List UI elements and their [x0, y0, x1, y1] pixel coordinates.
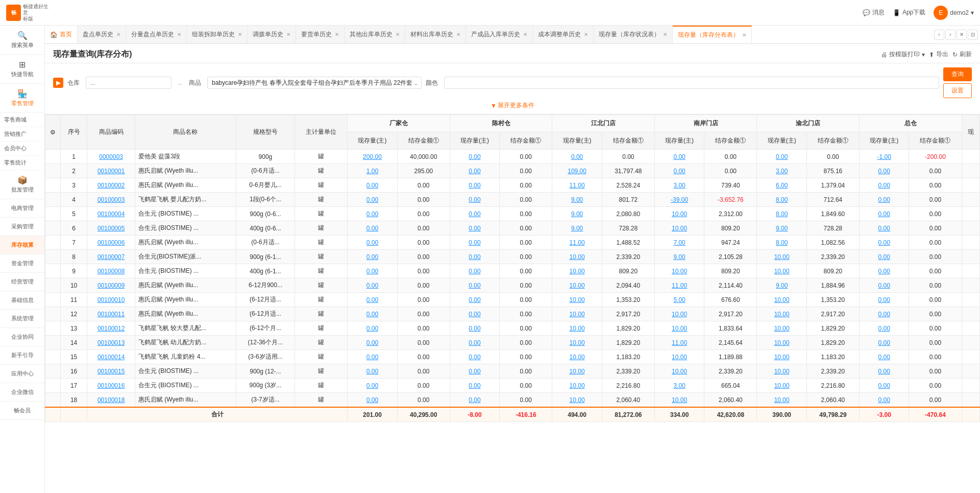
cell-yubei-amt: 809.20	[806, 264, 859, 278]
cell-no: 1	[61, 150, 87, 164]
cell-chen-amt: 0.00	[500, 393, 552, 408]
product-label: 商品	[189, 79, 203, 87]
tab-prev-btn[interactable]: ‹	[934, 30, 944, 40]
sidebar-item-ops[interactable]: 经营管理	[0, 273, 44, 291]
product-input[interactable]	[207, 77, 422, 89]
cell-chen-qty: 0.00	[450, 150, 499, 164]
cell-yubei-qty: 10.00	[757, 264, 806, 278]
cell-nanan-qty: 11.00	[654, 278, 704, 293]
sidebar-item-guide[interactable]: 新手引导	[0, 346, 44, 365]
cell-spec: (3-7岁适...	[236, 393, 295, 408]
close-icon[interactable]: ✕	[742, 32, 746, 38]
export-icon: ⬆	[929, 51, 934, 58]
sidebar-item-system[interactable]: 系统管理	[0, 310, 44, 328]
tab-combo[interactable]: 组装拆卸单历史 ✕	[187, 26, 248, 44]
refresh-btn[interactable]: ↻ 刷新	[952, 50, 972, 59]
sidebar-item-retail-shop[interactable]: 零售商城	[0, 113, 44, 127]
close-icon[interactable]: ✕	[523, 32, 527, 37]
sidebar-item-base[interactable]: 基础信息	[0, 291, 44, 310]
cell-settings	[45, 350, 61, 364]
close-icon[interactable]: ✕	[456, 32, 460, 37]
tab-stock-dist[interactable]: 现存量（库存分布表） ✕	[673, 26, 752, 44]
user-menu[interactable]: E demo2 ▾	[934, 6, 974, 20]
tab-close-btn[interactable]: ✕	[957, 30, 967, 40]
tab-expand-btn[interactable]: ⊡	[968, 30, 978, 40]
cell-jiangbei-amt: 1,829.20	[602, 336, 654, 350]
close-icon[interactable]: ✕	[335, 32, 339, 37]
col-settings[interactable]: ⚙	[45, 115, 61, 150]
close-icon[interactable]: ✕	[286, 32, 290, 37]
warehouse-ellipsis[interactable]: ...	[176, 79, 185, 86]
close-icon[interactable]: ✕	[238, 32, 242, 37]
warehouse-input[interactable]	[86, 77, 172, 89]
col-nanan: 南岸门店	[654, 115, 757, 132]
sidebar-item-inventory[interactable]: 库存核算	[0, 236, 44, 254]
tab-transfer[interactable]: 调拨单历史 ✕	[248, 26, 296, 44]
cell-code: 00100009	[87, 278, 135, 293]
cell-current	[962, 379, 979, 393]
search-button[interactable]: 查询	[943, 67, 972, 81]
cell-nanan-qty: 0.00	[654, 164, 704, 178]
cell-spec: 900g (0-6...	[236, 207, 295, 221]
tab-next-btn[interactable]: ›	[945, 30, 955, 40]
cell-nanan-amt: 809.20	[704, 264, 757, 278]
sidebar-item-member[interactable]: 会员中心	[0, 142, 44, 156]
close-icon[interactable]: ✕	[396, 32, 400, 37]
sidebar-item-stats[interactable]: 零售统计	[0, 156, 44, 170]
cell-settings	[45, 150, 61, 164]
message-btn[interactable]: 💬 消息	[863, 8, 885, 17]
sidebar-item-members[interactable]: 畅会员	[0, 402, 44, 420]
retail-icon: 🏪	[2, 89, 42, 99]
cell-yubei-amt: 712.64	[806, 193, 859, 207]
sidebar-item-nav[interactable]: ⊞ 快捷导航	[0, 55, 44, 84]
close-icon[interactable]: ✕	[177, 32, 181, 37]
tab-stock-status[interactable]: 现存量（库存状况表） ✕	[594, 26, 673, 44]
cell-total-amt: 0.00	[909, 264, 962, 278]
expand-btn[interactable]: ▼ 展开更多条件	[491, 101, 534, 110]
toggle-arrow[interactable]: ▶	[53, 78, 63, 88]
cell-total-amt: 0.00	[909, 236, 962, 250]
cell-total-qty: 0.00	[859, 336, 909, 350]
refresh-icon: ↻	[952, 51, 958, 58]
cell-name: 惠氏启赋 (Wyeth illu...	[135, 236, 236, 250]
sidebar-item-ecom[interactable]: 电商管理	[0, 199, 44, 218]
print-btn[interactable]: 🖨 按模版打印 ▾	[881, 50, 925, 59]
close-icon[interactable]: ✕	[584, 32, 588, 37]
cell-jiangbei-qty: 10.00	[552, 379, 602, 393]
app-download-btn[interactable]: 📱 App下载	[893, 8, 925, 17]
col-nanan-amt: 结存金额①	[704, 132, 757, 150]
sidebar-item-collab[interactable]: 企业协同	[0, 328, 44, 346]
inventory-table: ⚙ 序号 商品编码 商品名称 规格型号 主计量单位 厂家仓 陈村仓 江北门店 南…	[45, 114, 980, 422]
sidebar-item-finance[interactable]: 资金管理	[0, 254, 44, 273]
sidebar-item-marketing[interactable]: 营销推广	[0, 127, 44, 142]
close-icon[interactable]: ✕	[663, 32, 667, 37]
dropdown-icon: ▾	[922, 51, 925, 58]
sidebar-item-wholesale[interactable]: 📦 批发管理	[0, 170, 44, 199]
sidebar-item-retail[interactable]: 🏪 零售管理	[0, 84, 44, 113]
cell-factory-amt: 0.00	[397, 264, 450, 278]
sidebar-item-apps[interactable]: 应用中心	[0, 365, 44, 383]
cell-spec: (6-12月适...	[236, 293, 295, 307]
tab-cost-adj[interactable]: 成本调整单历史 ✕	[533, 26, 594, 44]
tab-material[interactable]: 材料出库单历史 ✕	[405, 26, 466, 44]
sidebar-item-wechat[interactable]: 企业微信	[0, 383, 44, 402]
tab-count[interactable]: 盘点单历史 ✕	[78, 26, 126, 44]
sidebar: 🔍 搜索英单 ⊞ 快捷导航 🏪 零售管理 零售商城 营销推广 会员中心 零售统计…	[0, 26, 45, 493]
cell-spec: (0-6月适...	[236, 236, 295, 250]
tab-order[interactable]: 要货单历史 ✕	[296, 26, 345, 44]
cell-settings	[45, 207, 61, 221]
cell-unit: 罐	[295, 364, 348, 379]
tab-other-out[interactable]: 其他出库单历史 ✕	[345, 26, 405, 44]
tab-home[interactable]: 🏠 首页	[45, 26, 78, 44]
color-input[interactable]	[444, 77, 939, 89]
cell-factory-qty: 0.00	[348, 264, 397, 278]
export-btn[interactable]: ⬆ 导出	[929, 50, 948, 59]
sidebar-item-search[interactable]: 🔍 搜索英单	[0, 26, 44, 55]
tab-part-count[interactable]: 分量盘点单历史 ✕	[126, 26, 187, 44]
close-icon[interactable]: ✕	[116, 32, 120, 37]
settings-button[interactable]: 设置	[943, 83, 972, 98]
cell-nanan-qty: 3.00	[654, 379, 704, 393]
cell-no: 16	[61, 364, 87, 379]
sidebar-item-purchase[interactable]: 采购管理	[0, 218, 44, 236]
tab-product-in[interactable]: 产成品入库单历史 ✕	[466, 26, 533, 44]
